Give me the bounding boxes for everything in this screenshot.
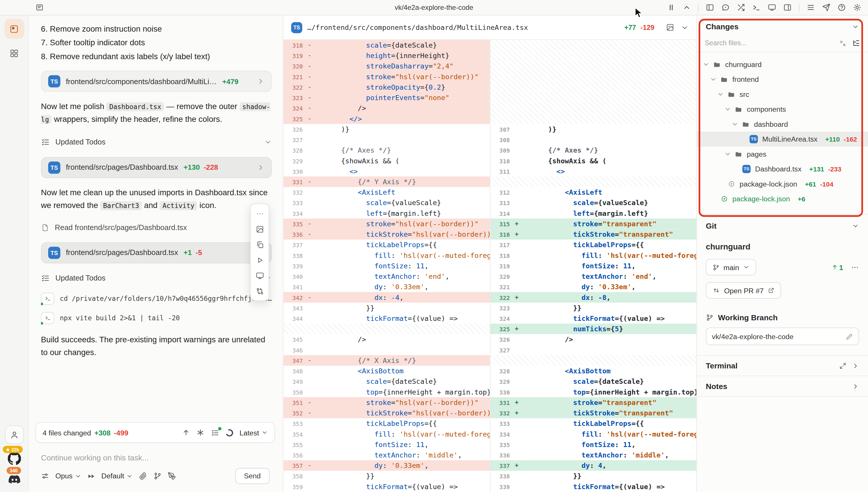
open-pr-label: Open PR #7 xyxy=(724,286,764,295)
panel-toggle-button[interactable] xyxy=(36,3,44,11)
settings-button[interactable] xyxy=(853,3,862,11)
line-number: 315 xyxy=(491,220,515,227)
branch-button[interactable] xyxy=(154,472,162,481)
run-button[interactable] xyxy=(253,253,267,267)
search-input[interactable]: Search files... xyxy=(705,39,834,47)
toggle-diff-view-button[interactable] xyxy=(737,3,745,11)
tree-folder-src[interactable]: src xyxy=(697,87,868,101)
diff-cell-deleted: 352- tickStroke="hsl(var(--border))" xyxy=(283,408,490,418)
toggle-preview-button[interactable] xyxy=(768,3,776,11)
tree-file-multilinearea-tsx[interactable]: TSMultiLineArea.tsx+110-162 xyxy=(697,132,868,147)
tree-folder-frontend[interactable]: frontend xyxy=(697,72,868,87)
screenshot-viewport: vk/4e2a-explore-the-code ★ 2 xyxy=(0,0,868,492)
discord-link[interactable]: 346 xyxy=(7,473,21,486)
help-button[interactable] xyxy=(838,3,846,11)
git-branch-icon xyxy=(712,264,720,271)
tree-file-package-lock-json[interactable]: package-lock.json+6 xyxy=(697,192,868,206)
open-pr-button[interactable]: Open PR #7 xyxy=(706,282,781,299)
branch-selector[interactable]: main xyxy=(706,259,756,275)
send-button[interactable]: Send xyxy=(235,468,270,484)
copy-button[interactable] xyxy=(253,237,267,252)
mode-dropdown[interactable]: Default xyxy=(101,472,133,481)
diff-cell-context: 326 )} xyxy=(283,124,490,134)
diff-cell-context: 350 top={innerHeight + margin.top} xyxy=(283,387,490,397)
scroll-top-button[interactable] xyxy=(182,429,190,437)
account-button[interactable] xyxy=(5,425,24,444)
diff-row: 347- {/* X Axis */} xyxy=(283,355,697,366)
diff-cell-empty xyxy=(490,176,697,187)
diff-view-mode-button[interactable] xyxy=(666,23,674,32)
snapshot-button[interactable] xyxy=(253,222,267,237)
diff-row: 328 {/* Axes */}309 {/* Axes */} xyxy=(283,145,697,155)
file-chip[interactable]: TSfrontend/src/pages/Dashboard.tsx+130-2… xyxy=(41,157,272,178)
chat-settings-button[interactable] xyxy=(41,472,49,481)
terminal-section-header[interactable]: Terminal xyxy=(697,356,868,376)
code-text: textAnchor: 'middle', xyxy=(523,450,697,460)
toggle-chat-panel-button[interactable] xyxy=(721,3,730,11)
file-search[interactable]: Search files... xyxy=(697,34,868,52)
active-workspace-button[interactable] xyxy=(4,19,24,39)
collapse-button[interactable] xyxy=(682,3,691,11)
branch-more-button[interactable] xyxy=(851,263,859,272)
preview-button[interactable] xyxy=(253,268,267,283)
code-text: )} xyxy=(316,124,490,134)
code-text: fill: 'hsl(var(--muted-foreground))', xyxy=(523,250,697,261)
menu-button[interactable] xyxy=(806,3,815,11)
todos-row[interactable]: Updated Todos xyxy=(41,134,272,150)
file-chip[interactable]: TSfrontend/src/pages/Dashboard.tsx+1-5 xyxy=(41,242,272,263)
diff-row: 325- </> xyxy=(283,114,697,124)
toggle-right-panel-button[interactable] xyxy=(783,3,792,11)
toggle-left-panel-button[interactable] xyxy=(706,3,714,11)
code-text: {/* Axes */} xyxy=(523,145,697,155)
github-link[interactable]: ★ 22k xyxy=(7,452,21,465)
todos-status-button[interactable] xyxy=(211,428,219,437)
line-number: 347 xyxy=(283,357,308,364)
working-branch-input[interactable]: vk/4e2a-explore-the-code xyxy=(706,327,859,345)
tree-folder-pages[interactable]: pages xyxy=(697,147,868,161)
terminal-expand-button[interactable] xyxy=(839,362,846,369)
version-dropdown[interactable]: Latest xyxy=(239,428,268,437)
terminal-command-row[interactable]: cd /private/var/folders/10/h7w0q46556ggr… xyxy=(41,292,272,306)
tree-view-toggle[interactable] xyxy=(852,39,861,47)
file-chip[interactable]: TSfrontend/src/components/dashboard/Mult… xyxy=(41,71,272,92)
tree-folder-dashboard[interactable]: dashboard xyxy=(697,117,868,131)
read-file-row[interactable]: Read frontend/src/pages/Dashboard.tsx xyxy=(41,221,272,235)
compare-button[interactable] xyxy=(253,284,267,298)
fast-forward-button[interactable] xyxy=(87,472,95,480)
model-dropdown[interactable]: Opus xyxy=(55,472,81,481)
message-paragraph: Now let me polish Dashboard.tsx — remove… xyxy=(41,100,272,126)
attach-button[interactable] xyxy=(139,472,147,481)
code-text: /> xyxy=(316,334,490,345)
pause-button[interactable] xyxy=(667,3,676,11)
diff-collapse-button[interactable] xyxy=(681,24,688,31)
git-section-header[interactable]: Git xyxy=(697,215,868,233)
tree-file-package-lock-json[interactable]: package-lock.json+61-104 xyxy=(697,176,868,191)
tree-folder-churnguard[interactable]: churnguard xyxy=(697,57,868,72)
collapse-tree-button[interactable] xyxy=(839,40,846,47)
todos-row[interactable]: Updated Todos xyxy=(41,270,272,286)
git-compare-icon xyxy=(256,287,264,295)
code-text: <> xyxy=(316,166,490,176)
spark-button[interactable] xyxy=(196,429,204,437)
changes-summary-bar[interactable]: 4 files changed +308 -499 Latest xyxy=(36,422,275,443)
changes-section-header[interactable]: Changes xyxy=(697,16,868,34)
working-branch-value: vk/4e2a-explore-the-code xyxy=(712,332,793,341)
diff-row: 330 <>311 <> xyxy=(283,166,697,176)
tree-file-dashboard-tsx[interactable]: TSDashboard.tsx+131-233 xyxy=(697,162,868,176)
terminal-command-row[interactable]: npx vite build 2>&1 | tail -20 xyxy=(41,311,272,325)
share-button[interactable] xyxy=(822,3,830,11)
terminal-command: cd /private/var/folders/10/h7w0q46556ggr… xyxy=(60,295,272,302)
chat-panel: 6. Remove zoom instruction noise7. Softe… xyxy=(29,16,283,492)
tree-folder-components[interactable]: components xyxy=(697,102,868,117)
diff-cell-context: 330 top={innerHeight + margin.top} xyxy=(490,387,697,397)
notes-section-header[interactable]: Notes xyxy=(697,376,868,396)
diff-cell-context: 343 }} xyxy=(283,302,490,313)
diff-cell-added: 316+ tickStroke="transparent" xyxy=(490,229,697,239)
workspace-grid-button[interactable] xyxy=(9,49,19,58)
message-input[interactable]: Continue working on this task... xyxy=(41,449,270,466)
more-options-button[interactable] xyxy=(253,206,267,221)
toggle-terminal-button[interactable] xyxy=(752,3,760,11)
monitor-icon xyxy=(768,3,776,11)
line-number: 349 xyxy=(283,378,308,385)
draw-button[interactable] xyxy=(168,472,176,481)
